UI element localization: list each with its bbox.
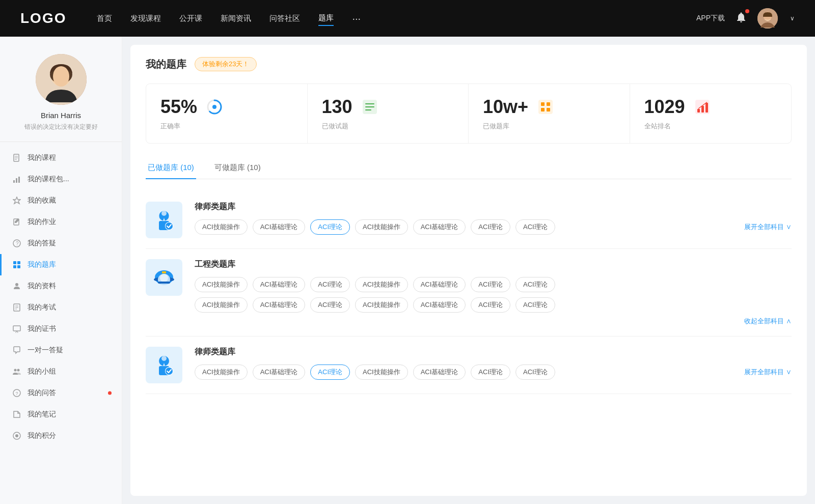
- svg-rect-44: [541, 102, 545, 106]
- tag[interactable]: ACI基础理论: [253, 219, 306, 235]
- tag[interactable]: ACI基础理论: [253, 365, 306, 380]
- app-download-link[interactable]: APP下载: [696, 14, 725, 23]
- user-avatar[interactable]: [757, 8, 778, 29]
- tag[interactable]: ACI技能操作: [355, 297, 408, 313]
- svg-point-67: [161, 356, 167, 361]
- tag[interactable]: ACI理论: [310, 277, 350, 292]
- tag[interactable]: ACI基础理论: [253, 297, 306, 313]
- tag[interactable]: ACI基础理论: [253, 277, 306, 292]
- sidebar-item-label: 我的证书: [28, 324, 56, 333]
- tag[interactable]: ACI技能操作: [355, 219, 408, 235]
- sidebar-item-label: 我的题库: [28, 260, 56, 269]
- nav-open-course[interactable]: 公开课: [179, 12, 202, 25]
- tag[interactable]: ACI技能操作: [355, 277, 408, 292]
- tag[interactable]: ACI理论: [310, 365, 350, 380]
- nav-more[interactable]: ···: [352, 13, 361, 24]
- expand-link-1[interactable]: 展开全部科目 ∨: [744, 222, 792, 232]
- sidebar-item-groups[interactable]: 我的小组: [0, 361, 122, 382]
- tag[interactable]: ACI理论: [515, 297, 555, 313]
- svg-rect-20: [13, 265, 16, 268]
- tag[interactable]: ACI基础理论: [413, 277, 466, 292]
- svg-point-35: [15, 434, 18, 437]
- qbank-icon-lawyer-3: [146, 347, 182, 383]
- sidebar-item-profile[interactable]: 我的资料: [0, 275, 122, 297]
- nav-home[interactable]: 首页: [97, 12, 112, 25]
- svg-rect-43: [538, 100, 553, 114]
- sidebar-item-homework[interactable]: 我的作业: [0, 211, 122, 233]
- group-icon: [12, 367, 21, 376]
- tag[interactable]: ACI技能操作: [195, 297, 248, 313]
- stat-label-done-b: 已做题库: [483, 122, 615, 131]
- tag[interactable]: ACI理论: [515, 277, 555, 292]
- profile-avatar: [36, 54, 87, 105]
- stat-top: 130: [322, 96, 454, 118]
- sidebar-item-label: 我的问答: [28, 388, 56, 398]
- collapse-link-2[interactable]: 收起全部科目 ∧: [195, 317, 792, 326]
- svg-rect-49: [697, 109, 700, 113]
- svg-rect-19: [17, 261, 20, 264]
- nav-qa[interactable]: 问答社区: [269, 12, 300, 25]
- tag[interactable]: ACI理论: [515, 365, 555, 380]
- tag[interactable]: ACI理论: [471, 277, 510, 292]
- qbank-icon-engineer: [146, 259, 182, 296]
- qa-icon: ?: [12, 388, 21, 398]
- sidebar-item-qbank[interactable]: 我的题库: [0, 254, 122, 275]
- sidebar-item-points[interactable]: 我的积分: [0, 425, 122, 446]
- sidebar-item-course-packages[interactable]: 我的课程包...: [0, 169, 122, 190]
- header-right: APP下载 ∨: [696, 8, 795, 29]
- edit-icon: [12, 217, 21, 227]
- svg-point-38: [212, 105, 216, 109]
- tag[interactable]: ACI理论: [471, 365, 510, 380]
- nav-news[interactable]: 新闻资讯: [221, 12, 251, 25]
- notification-bell[interactable]: [735, 11, 747, 25]
- trial-badge: 体验剩余23天！: [195, 57, 257, 71]
- tag[interactable]: ACI理论: [310, 297, 350, 313]
- tag[interactable]: ACI理论: [471, 297, 510, 313]
- qbank-icon-lawyer-1: [146, 202, 182, 238]
- tabs-row: 已做题库 (10) 可做题库 (10): [146, 158, 792, 179]
- tag[interactable]: ACI理论: [310, 219, 350, 235]
- bar-icon: [12, 175, 21, 184]
- qbank-card-3: 律师类题库 ACI技能操作 ACI基础理论 ACI理论 ACI技能操作 ACI基…: [146, 337, 792, 394]
- stat-accuracy: 55% 正确率: [146, 84, 308, 143]
- score-icon: [12, 431, 21, 440]
- tag[interactable]: ACI技能操作: [195, 219, 248, 235]
- person-icon: [12, 282, 21, 291]
- tag[interactable]: ACI理论: [515, 219, 555, 235]
- tag[interactable]: ACI技能操作: [195, 365, 248, 380]
- svg-rect-11: [13, 180, 15, 183]
- svg-marker-14: [13, 197, 20, 204]
- sidebar-item-favorites[interactable]: 我的收藏: [0, 190, 122, 211]
- main-content: 我的题库 体验剩余23天！ 55% 正确率: [130, 45, 807, 496]
- stat-top: 55%: [160, 96, 293, 118]
- stat-done-questions: 130 已做试题: [308, 84, 469, 143]
- tag[interactable]: ACI技能操作: [195, 277, 248, 292]
- user-menu-chevron[interactable]: ∨: [790, 15, 795, 22]
- tag[interactable]: ACI理论: [471, 219, 510, 235]
- red-chart-icon: [693, 98, 712, 116]
- nav-qbank[interactable]: 题库: [318, 11, 334, 26]
- sidebar-item-label: 我的笔记: [28, 410, 56, 419]
- stat-top: 1029: [644, 96, 777, 118]
- sidebar-item-exams[interactable]: 我的考试: [0, 297, 122, 318]
- tag[interactable]: ACI基础理论: [413, 365, 466, 380]
- file-icon: [12, 153, 21, 162]
- stat-rank: 1029 全站排名: [630, 84, 792, 143]
- stat-label-done-q: 已做试题: [322, 122, 454, 131]
- sidebar-item-my-qa[interactable]: ? 我的问答: [0, 382, 122, 404]
- tab-available-banks[interactable]: 可做题库 (10): [212, 158, 263, 179]
- tag[interactable]: ACI基础理论: [413, 219, 466, 235]
- sidebar-item-questions[interactable]: ? 我的答疑: [0, 233, 122, 254]
- sidebar-item-certificate[interactable]: 我的证书: [0, 318, 122, 340]
- sidebar-item-tutoring[interactable]: 一对一答疑: [0, 340, 122, 361]
- tab-done-banks[interactable]: 已做题库 (10): [146, 158, 196, 179]
- stat-value-accuracy: 55%: [160, 96, 197, 118]
- chat-icon: [12, 346, 21, 355]
- tag[interactable]: ACI技能操作: [355, 365, 408, 380]
- qbank-title-2: 工程类题库: [195, 259, 792, 270]
- sidebar-item-notes[interactable]: 我的笔记: [0, 404, 122, 425]
- tag[interactable]: ACI基础理论: [413, 297, 466, 313]
- expand-link-3[interactable]: 展开全部科目 ∨: [744, 368, 792, 377]
- sidebar-item-my-courses[interactable]: 我的课程: [0, 147, 122, 169]
- nav-courses[interactable]: 发现课程: [130, 12, 161, 25]
